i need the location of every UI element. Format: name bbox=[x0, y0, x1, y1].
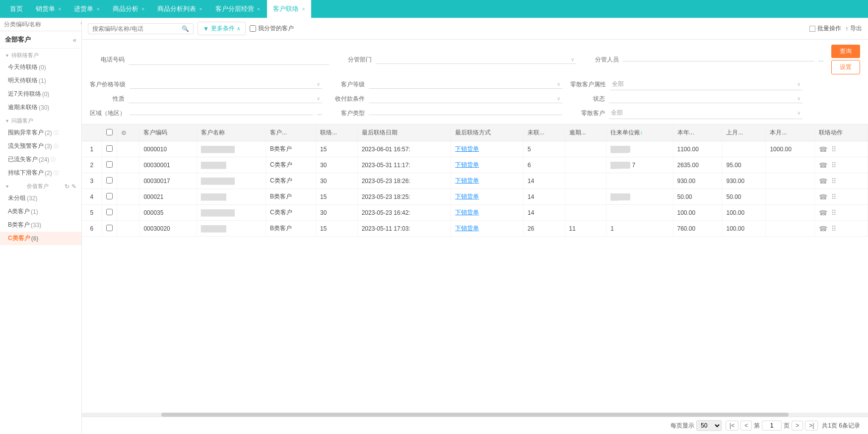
sidebar-search-input[interactable] bbox=[4, 21, 78, 28]
more-action-icon[interactable]: ⠿ bbox=[831, 145, 836, 153]
scatter-attr-select[interactable]: 全部 ∨ bbox=[610, 78, 802, 90]
sidebar-item-churn-warning[interactable]: 流失预警客户(3)ⓘ bbox=[0, 139, 81, 153]
batch-operation-button[interactable]: 批量操作 bbox=[809, 24, 841, 33]
close-icon[interactable]: × bbox=[58, 6, 61, 12]
more-action-icon[interactable]: ⠿ bbox=[831, 161, 836, 169]
scrollbar-thumb[interactable] bbox=[161, 413, 789, 417]
query-button[interactable]: 查询 bbox=[831, 45, 860, 58]
th-settings[interactable]: ⚙ bbox=[117, 124, 139, 141]
sidebar-item-class-c[interactable]: C类客户(6) bbox=[0, 232, 81, 245]
nav-tab-sales[interactable]: 销货单 × bbox=[30, 0, 67, 18]
row-check[interactable] bbox=[102, 221, 117, 237]
phone-action-icon[interactable]: ☎ bbox=[819, 225, 827, 233]
phone-action-icon[interactable]: ☎ bbox=[819, 145, 827, 153]
row-check[interactable] bbox=[102, 141, 117, 157]
more-action-icon[interactable]: ⠿ bbox=[831, 225, 836, 233]
nav-tab-customer-contact[interactable]: 客户联络 × bbox=[267, 0, 311, 18]
close-icon[interactable]: × bbox=[199, 6, 202, 12]
set-button[interactable]: 设置 bbox=[831, 60, 860, 74]
row-uncontacted: 14 bbox=[524, 189, 565, 205]
sidebar-item-7days[interactable]: 近7天待联络(0) bbox=[0, 87, 81, 101]
close-icon[interactable]: × bbox=[96, 6, 99, 12]
my-customers-checkbox-label[interactable]: 我分管的客户 bbox=[250, 24, 294, 33]
my-customers-checkbox[interactable] bbox=[250, 25, 256, 32]
more-action-icon[interactable]: ⠿ bbox=[831, 193, 836, 201]
sidebar-item-unclassified[interactable]: 未分组(32) bbox=[0, 191, 81, 205]
more-conditions-button[interactable]: ▼ 更多条件 ∧ bbox=[198, 22, 246, 35]
th-customer-type: 客户... bbox=[266, 124, 316, 141]
dept-select[interactable]: ∨ bbox=[376, 55, 576, 64]
close-icon[interactable]: × bbox=[302, 6, 305, 12]
row-check[interactable] bbox=[102, 205, 117, 221]
manager-ellipsis[interactable]: ... bbox=[818, 56, 823, 63]
status-select[interactable]: ∨ bbox=[609, 94, 802, 103]
close-icon[interactable]: × bbox=[141, 6, 144, 12]
sidebar-item-today[interactable]: 今天待联络(0) bbox=[0, 61, 81, 74]
table-row: 5 000035 ████████ C类客户 30 2023-05-23 16:… bbox=[82, 205, 868, 221]
row-check[interactable] bbox=[102, 189, 117, 205]
row-customer-type: C类客户 bbox=[266, 173, 316, 189]
row-check[interactable] bbox=[102, 173, 117, 189]
sidebar-section-pending: 待联络客户 bbox=[0, 49, 81, 61]
table-row: 6 00030020 ██████ B类客户 15 2023-05-11 17:… bbox=[82, 221, 868, 237]
row-last-month: 100.00 bbox=[722, 221, 766, 237]
search-input[interactable] bbox=[92, 25, 182, 32]
customer-level-select[interactable]: ∨ bbox=[369, 80, 562, 89]
row-uncontacted: 14 bbox=[524, 205, 565, 221]
phone-input[interactable] bbox=[129, 55, 329, 65]
search-icon[interactable]: 🔍 bbox=[182, 25, 189, 32]
nature-select[interactable]: ∨ bbox=[129, 94, 322, 103]
nav-tab-analysis-list[interactable]: 商品分析列表 × bbox=[151, 0, 208, 18]
sidebar-item-overdue-contact[interactable]: 逾期未联络(30) bbox=[0, 101, 81, 114]
prev-page-button[interactable]: < bbox=[740, 421, 752, 431]
region-ellipsis[interactable]: ... bbox=[317, 110, 322, 117]
sidebar-item-churned[interactable]: 已流失客户(24)ⓘ bbox=[0, 153, 81, 166]
nav-tab-purchase[interactable]: 进货单 × bbox=[68, 0, 105, 18]
row-no: 6 bbox=[82, 221, 102, 237]
filter-row-3: 性质 ∨ 收付款条件 ∨ 状态 bbox=[90, 94, 860, 103]
horizontal-scrollbar[interactable] bbox=[82, 413, 868, 417]
row-customer-name: ████████ bbox=[197, 205, 266, 221]
price-level-select[interactable]: ∨ bbox=[130, 80, 322, 89]
select-all-checkbox[interactable] bbox=[106, 129, 113, 135]
collapse-icon[interactable]: « bbox=[73, 36, 76, 44]
phone-action-icon[interactable]: ☎ bbox=[819, 177, 827, 185]
chevron-down-icon: ∨ bbox=[557, 81, 560, 87]
th-check bbox=[102, 124, 117, 141]
edit-icon[interactable]: ✎ bbox=[71, 183, 76, 190]
phone-action-icon[interactable]: ☎ bbox=[819, 193, 827, 201]
phone-action-icon[interactable]: ☎ bbox=[819, 209, 827, 217]
nav-tab-analysis[interactable]: 商品分析 × bbox=[107, 0, 150, 18]
export-button[interactable]: ↑ 导出 bbox=[845, 24, 862, 33]
sidebar-item-declining[interactable]: 持续下滑客户(2)ⓘ bbox=[0, 166, 81, 180]
per-page-select[interactable]: 50 100 200 bbox=[696, 420, 722, 431]
chevron-down-icon: ∨ bbox=[571, 57, 574, 62]
row-check[interactable] bbox=[102, 157, 117, 173]
nav-tab-home[interactable]: 首页 bbox=[4, 0, 29, 18]
total-info: 共1页 6条记录 bbox=[822, 422, 860, 430]
payment-select[interactable]: ∨ bbox=[369, 94, 562, 103]
sidebar-all-customers[interactable]: 全部客户 « bbox=[0, 31, 81, 49]
region-select[interactable] bbox=[130, 112, 313, 115]
row-last-date: 2023-05-11 17:03: bbox=[357, 221, 451, 237]
refresh-icon[interactable]: ↻ bbox=[65, 183, 69, 190]
row-contact: 30 bbox=[316, 173, 358, 189]
sidebar-item-class-a[interactable]: A类客户(1) bbox=[0, 205, 81, 218]
customer-type-select[interactable] bbox=[369, 112, 562, 115]
sidebar-item-class-b[interactable]: B类客户(33) bbox=[0, 218, 81, 232]
sidebar-item-abnormal[interactable]: 囤购异常客户(2)ⓘ bbox=[0, 126, 81, 139]
more-action-icon[interactable]: ⠿ bbox=[831, 209, 836, 217]
phone-action-icon[interactable]: ☎ bbox=[819, 161, 827, 169]
last-page-button[interactable]: >| bbox=[805, 421, 818, 431]
filter-actions: 查询 设置 bbox=[831, 45, 860, 74]
next-page-button[interactable]: > bbox=[792, 421, 803, 431]
manager-select[interactable] bbox=[623, 58, 814, 62]
sidebar-item-tomorrow[interactable]: 明天待联络(1) bbox=[0, 74, 81, 87]
nav-tab-customer-tier[interactable]: 客户分层经营 × bbox=[209, 0, 266, 18]
scatter-customer-select[interactable]: 全部 ∨ bbox=[609, 107, 802, 119]
filter-row-2: 客户价格等级 ∨ 客户等级 ∨ 零散客户属性 全部 bbox=[90, 78, 860, 90]
first-page-button[interactable]: |< bbox=[726, 421, 738, 431]
more-action-icon[interactable]: ⠿ bbox=[831, 177, 836, 185]
page-number-input[interactable] bbox=[762, 421, 782, 431]
close-icon[interactable]: × bbox=[257, 6, 260, 12]
